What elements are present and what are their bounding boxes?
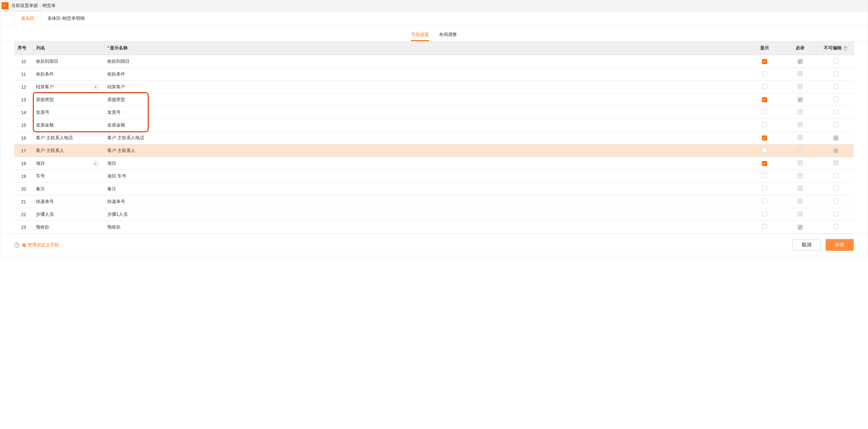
field-table: 序号 列名 *显示名称 显示 必录 不可编辑? 10收款到期日收款到期日11收款… xyxy=(14,41,854,234)
cell-seq: 17 xyxy=(14,144,33,157)
cell-display[interactable]: 发票号 xyxy=(104,106,747,119)
tab-0[interactable]: 表头区 xyxy=(14,11,41,26)
checkbox[interactable] xyxy=(833,211,838,217)
cell-display[interactable]: 预收款 xyxy=(104,221,747,234)
cell-seq: 15 xyxy=(14,119,33,132)
help-icon[interactable]: ? xyxy=(843,46,848,51)
checkbox xyxy=(798,148,803,153)
cancel-button[interactable]: 取消 xyxy=(793,239,820,251)
cell-readonly xyxy=(818,119,854,132)
cell-readonly xyxy=(818,182,854,195)
checkbox[interactable] xyxy=(833,199,838,204)
checkbox[interactable] xyxy=(833,58,838,63)
cell-show xyxy=(747,144,782,157)
col-name: 列名 xyxy=(33,41,104,55)
checkbox[interactable] xyxy=(762,71,767,76)
cell-required xyxy=(782,93,818,106)
checkbox[interactable] xyxy=(833,224,838,229)
checkbox xyxy=(798,135,803,140)
checkbox[interactable] xyxy=(762,186,767,191)
cell-display[interactable]: 收款条件 xyxy=(104,68,747,81)
checkbox[interactable] xyxy=(833,109,838,114)
checkbox[interactable] xyxy=(762,109,767,114)
cell-display[interactable]: 快递单号 xyxy=(104,195,747,208)
cell-show xyxy=(747,119,782,132)
checkbox[interactable] xyxy=(833,96,838,102)
cell-readonly xyxy=(818,93,854,106)
cell-show xyxy=(747,81,782,93)
table-row: 16客户.主联系人电话客户.主联系人电话 xyxy=(14,132,854,144)
cell-name: 客户.主联系人电话 xyxy=(33,132,104,144)
page-title: 当前设置单据：销货单 xyxy=(10,0,57,11)
checkbox xyxy=(798,173,803,178)
cell-seq: 14 xyxy=(14,106,33,119)
col-show: 显示 xyxy=(747,41,782,55)
checkbox[interactable] xyxy=(762,97,767,102)
checkbox[interactable] xyxy=(762,199,767,204)
cell-name: 备注 xyxy=(33,182,104,195)
cell-readonly xyxy=(818,106,854,119)
checkbox[interactable] xyxy=(762,173,767,178)
plus-icon[interactable]: + xyxy=(93,84,98,90)
cell-readonly xyxy=(818,132,854,144)
cell-show xyxy=(747,208,782,221)
expand-sidebar-button[interactable] xyxy=(2,2,9,9)
table-row: 11收款条件收款条件 xyxy=(14,68,854,81)
manage-custom-fields-link[interactable]: 管理自定义字段 xyxy=(22,242,59,248)
table-row: 18项目+项目 xyxy=(14,157,854,170)
cell-display[interactable]: 结算客户 xyxy=(104,81,747,93)
cell-display[interactable]: 收款到期日 xyxy=(104,55,747,68)
cell-display[interactable]: 发票金额 xyxy=(104,119,747,132)
table-row: 20备注备注 xyxy=(14,182,854,195)
cell-readonly xyxy=(818,195,854,208)
cell-required xyxy=(782,132,818,144)
checkbox[interactable] xyxy=(762,211,767,217)
cell-display[interactable]: 步骤1人员 xyxy=(104,208,747,221)
checkbox[interactable] xyxy=(833,186,838,191)
checkbox[interactable] xyxy=(762,84,767,89)
cell-required xyxy=(782,182,818,195)
cell-required xyxy=(782,157,818,170)
cell-name: 发票金额 xyxy=(33,119,104,132)
cell-display[interactable]: 项目 xyxy=(104,157,747,170)
save-button[interactable]: 保存 xyxy=(826,239,854,251)
cell-display[interactable]: 项目.车号 xyxy=(104,170,747,182)
sub-tab-1[interactable]: 布局调整 xyxy=(439,29,457,41)
cell-seq: 13 xyxy=(14,93,33,106)
sub-tab-0[interactable]: 字段设置 xyxy=(411,29,429,41)
cell-required xyxy=(782,119,818,132)
cell-show xyxy=(747,106,782,119)
checkbox[interactable] xyxy=(833,173,838,178)
checkbox[interactable] xyxy=(833,122,838,127)
cell-display[interactable]: 票据类型 xyxy=(104,93,747,106)
cell-show xyxy=(747,195,782,208)
checkbox[interactable] xyxy=(762,59,767,64)
cell-seq: 22 xyxy=(14,208,33,221)
cell-name: 预收款 xyxy=(33,221,104,234)
cell-name: 步骤人员 xyxy=(33,208,104,221)
checkbox[interactable] xyxy=(762,224,767,229)
checkbox[interactable] xyxy=(833,84,838,89)
checkbox[interactable] xyxy=(762,136,767,141)
cell-name: 快递单号 xyxy=(33,195,104,208)
cell-show xyxy=(747,221,782,234)
cell-display[interactable]: 备注 xyxy=(104,182,747,195)
checkbox[interactable] xyxy=(762,161,767,166)
cell-name: 客户.主联系人 xyxy=(33,144,104,157)
table-row: 10收款到期日收款到期日 xyxy=(14,55,854,68)
checkbox[interactable] xyxy=(762,122,767,127)
checkbox[interactable] xyxy=(762,148,767,153)
plus-icon[interactable]: + xyxy=(93,161,98,166)
checkbox xyxy=(798,225,803,230)
checkbox[interactable] xyxy=(833,71,838,76)
cell-name: 票据类型 xyxy=(33,93,104,106)
question-icon[interactable]: ? xyxy=(14,242,20,248)
tab-1[interactable]: 表体区-销货单明细 xyxy=(41,12,91,25)
cell-readonly xyxy=(818,81,854,93)
cell-display[interactable]: 客户.主联系人 xyxy=(104,144,747,157)
cell-display[interactable]: 客户.主联系人电话 xyxy=(104,132,747,144)
cell-readonly xyxy=(818,55,854,68)
col-required: 必录 xyxy=(782,41,818,55)
cell-readonly xyxy=(818,144,854,157)
cell-readonly xyxy=(818,208,854,221)
